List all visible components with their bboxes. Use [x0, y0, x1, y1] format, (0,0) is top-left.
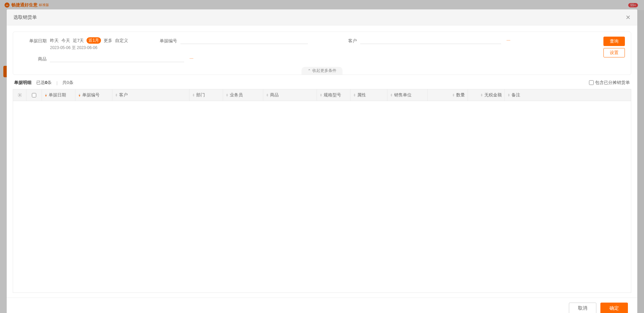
customer-label: 客户	[331, 37, 357, 44]
product-input[interactable]	[50, 55, 184, 62]
product-picker-icon[interactable]: ···	[190, 55, 194, 61]
doc-no-field: 单据编号	[152, 37, 308, 44]
list-title: 单据明细	[14, 80, 32, 86]
sort-icon: ▲▼	[115, 93, 118, 97]
select-all-checkbox[interactable]	[26, 89, 42, 101]
chevron-up-icon: ⌃	[308, 69, 311, 73]
date-to: 2023-06-06	[77, 45, 97, 50]
customer-field: 客户 ···	[331, 37, 511, 44]
sort-icon: ▲▼	[320, 93, 322, 97]
sort-icon: ▲▼	[192, 93, 195, 97]
modal-title: 选取销货单	[13, 14, 37, 20]
col-amount[interactable]: ▲▼无税金额	[468, 89, 505, 101]
customer-picker-icon[interactable]: ···	[506, 37, 511, 43]
list-header: 单据明细 已选0条 | 共0条 包含已分摊销货单	[13, 80, 631, 86]
date-opt-last7[interactable]: 近7天	[73, 38, 84, 44]
sort-icon: ▲▼	[507, 93, 510, 97]
doc-no-label: 单据编号	[152, 37, 177, 44]
sort-icon: ▲▼	[390, 93, 393, 97]
doc-date-label: 单据日期	[21, 37, 47, 44]
query-button[interactable]: 查询	[603, 37, 625, 46]
svg-point-8	[19, 94, 20, 96]
total-count: 共0条	[62, 80, 73, 86]
include-shipped-checkbox[interactable]: 包含已分摊销货单	[589, 80, 630, 86]
sort-icon: ▲▼	[226, 93, 228, 97]
confirm-button[interactable]: 确定	[600, 303, 628, 313]
include-shipped-input[interactable]	[589, 80, 594, 85]
horizontal-scrollbar[interactable]	[13, 293, 631, 298]
include-shipped-label: 包含已分摊销货单	[595, 80, 630, 86]
close-icon[interactable]: ✕	[626, 14, 631, 21]
col-spec[interactable]: ▲▼规格型号	[317, 89, 351, 101]
date-opt-yesterday[interactable]: 昨天	[50, 38, 59, 44]
date-quick-options: 昨天 今天 近7天 近1月 更多 自定义	[50, 37, 128, 44]
col-unit[interactable]: ▲▼销售单位	[387, 89, 428, 101]
product-field: 商品 ···	[21, 55, 194, 62]
col-doc-date[interactable]: ▲▼单据日期	[42, 89, 75, 101]
table-header: ▲▼单据日期 ▲▼单据编号 ▲▼客户 ▲▼部门 ▲▼业务员 ▲▼商品 ▲▼规格型…	[13, 89, 631, 101]
col-product[interactable]: ▲▼商品	[263, 89, 317, 101]
col-doc-no[interactable]: ▲▼单据编号	[75, 89, 112, 101]
date-sep: 至	[72, 45, 76, 50]
modal-overlay: 选取销货单 ✕ 查询 设置 单据日期 昨天 今天 近7天	[0, 0, 644, 313]
doc-no-input[interactable]	[180, 37, 308, 44]
selected-count: 已选0条	[36, 80, 52, 86]
search-card: 查询 设置 单据日期 昨天 今天 近7天 近1月 更多	[13, 32, 631, 75]
cancel-button[interactable]: 取消	[569, 303, 596, 313]
date-from: 2023-05-06	[50, 45, 70, 50]
date-opt-last1m[interactable]: 近1月	[87, 37, 101, 44]
col-salesperson[interactable]: ▲▼业务员	[223, 89, 263, 101]
collapse-label: 收起更多条件	[312, 68, 336, 74]
settings-button[interactable]: 设置	[603, 48, 625, 57]
col-dept[interactable]: ▲▼部门	[190, 89, 223, 101]
modal-header: 选取销货单 ✕	[7, 9, 637, 26]
sort-icon: ▲▼	[78, 93, 81, 97]
modal-body: 查询 设置 单据日期 昨天 今天 近7天 近1月 更多	[7, 26, 637, 298]
col-attr[interactable]: ▲▼属性	[351, 89, 387, 101]
column-settings-button[interactable]	[13, 89, 26, 101]
product-label: 商品	[21, 55, 47, 62]
table-body	[13, 101, 631, 293]
sort-icon: ▲▼	[452, 93, 455, 97]
customer-input[interactable]	[360, 37, 501, 44]
sort-icon: ▲▼	[353, 93, 356, 97]
action-buttons: 查询 设置	[603, 37, 625, 57]
col-remark[interactable]: ▲▼备注	[505, 89, 631, 101]
sort-icon: ▲▼	[45, 93, 47, 97]
col-qty[interactable]: ▲▼数量	[428, 89, 468, 101]
date-opt-today[interactable]: 今天	[61, 38, 70, 44]
gear-icon	[17, 93, 22, 97]
col-customer[interactable]: ▲▼客户	[112, 89, 190, 101]
modal-footer: 取消 确定	[7, 298, 637, 313]
sort-icon: ▲▼	[266, 93, 269, 97]
date-opt-custom[interactable]: 自定义	[115, 38, 128, 44]
select-sales-order-modal: 选取销货单 ✕ 查询 设置 单据日期 昨天 今天 近7天	[7, 9, 637, 313]
collapse-conditions-button[interactable]: ⌃ 收起更多条件	[302, 67, 342, 75]
sort-icon: ▲▼	[480, 93, 483, 97]
date-opt-more[interactable]: 更多	[104, 38, 112, 44]
doc-date-field: 单据日期 昨天 今天 近7天 近1月 更多 自定义 2023	[21, 37, 128, 51]
date-range-display: 2023-05-06 至 2023-06-06	[50, 45, 128, 51]
